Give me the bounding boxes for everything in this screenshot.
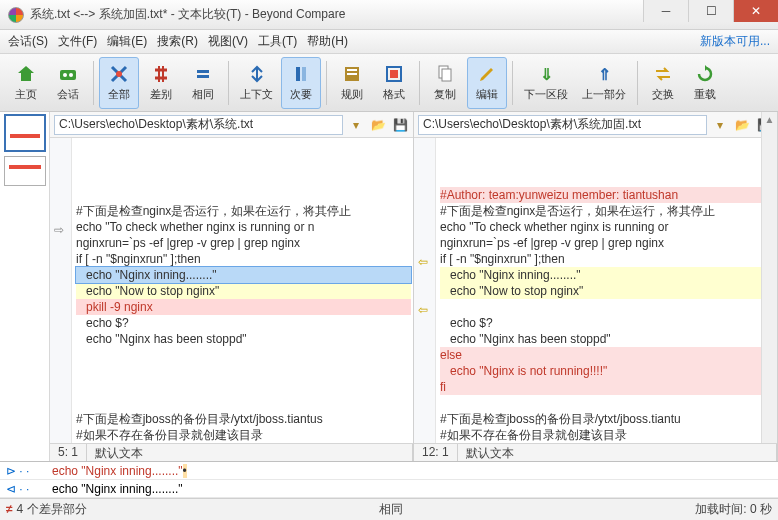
save-icon[interactable]: 💾 bbox=[391, 116, 409, 134]
neq-icon: ≠ bbox=[6, 502, 13, 516]
menu-view[interactable]: 视图(V) bbox=[208, 33, 248, 50]
menu-help[interactable]: 帮助(H) bbox=[307, 33, 348, 50]
window-title: 系统.txt <--> 系统加固.txt* - 文本比较(T) - Beyond… bbox=[30, 6, 643, 23]
rules-button[interactable]: 规则 bbox=[332, 57, 372, 109]
right-pane: ▾ 📂 💾 #Author: team:yunweizu member: tia… bbox=[414, 112, 778, 461]
thumbnail[interactable] bbox=[4, 156, 46, 186]
history-icon[interactable]: ▾ bbox=[347, 116, 365, 134]
menu-tools[interactable]: 工具(T) bbox=[258, 33, 297, 50]
right-pos: 12: 1 bbox=[414, 444, 458, 461]
merge-left-row[interactable]: ⊳ · ·echo "Nginx inning........"• bbox=[0, 462, 778, 480]
status-bar: ≠4 个差异部分 相同 加载时间: 0 秒 bbox=[0, 498, 778, 520]
svg-rect-4 bbox=[197, 70, 209, 73]
svg-rect-9 bbox=[347, 69, 357, 71]
left-pos: 5: 1 bbox=[50, 444, 87, 461]
load-time: 加载时间: 0 秒 bbox=[695, 501, 772, 518]
svg-rect-7 bbox=[302, 67, 306, 81]
right-path-input[interactable] bbox=[418, 115, 707, 135]
left-mode: 默认文本 bbox=[87, 444, 413, 461]
menu-edit[interactable]: 编辑(E) bbox=[107, 33, 147, 50]
merge-rows: ⊳ · ·echo "Nginx inning........"• ⊲ · ·e… bbox=[0, 461, 778, 498]
main-area: ▾ 📂 💾 #下面是检查nginx是否运行，如果在运行，将其停止echo "To… bbox=[0, 112, 778, 461]
menu-session[interactable]: 会话(S) bbox=[8, 33, 48, 50]
thumbnail-sidebar bbox=[0, 112, 50, 461]
svg-rect-12 bbox=[390, 70, 398, 78]
title-bar: 系统.txt <--> 系统加固.txt* - 文本比较(T) - Beyond… bbox=[0, 0, 778, 30]
same-button[interactable]: 相同 bbox=[183, 57, 223, 109]
edit-button[interactable]: 编辑 bbox=[467, 57, 507, 109]
svg-rect-0 bbox=[60, 70, 76, 80]
menu-file[interactable]: 文件(F) bbox=[58, 33, 97, 50]
left-code-view[interactable]: #下面是检查nginx是否运行，如果在运行，将其停止echo "To check… bbox=[50, 138, 413, 443]
reload-button[interactable]: 重载 bbox=[685, 57, 725, 109]
left-pane: ▾ 📂 💾 #下面是检查nginx是否运行，如果在运行，将其停止echo "To… bbox=[50, 112, 414, 461]
svg-point-1 bbox=[63, 73, 67, 77]
svg-rect-14 bbox=[442, 69, 451, 81]
svg-point-3 bbox=[116, 71, 122, 77]
svg-rect-10 bbox=[347, 73, 357, 75]
open-folder-icon[interactable]: 📂 bbox=[733, 116, 751, 134]
format-button[interactable]: 格式 bbox=[374, 57, 414, 109]
sessions-button[interactable]: 会话 bbox=[48, 57, 88, 109]
menu-bar: 会话(S) 文件(F) 编辑(E) 搜索(R) 视图(V) 工具(T) 帮助(H… bbox=[0, 30, 778, 54]
svg-point-2 bbox=[69, 73, 73, 77]
copy-button[interactable]: 复制 bbox=[425, 57, 465, 109]
right-mode: 默认文本 bbox=[458, 444, 777, 461]
update-link[interactable]: 新版本可用... bbox=[700, 33, 770, 50]
history-icon[interactable]: ▾ bbox=[711, 116, 729, 134]
minor-button[interactable]: 次要 bbox=[281, 57, 321, 109]
home-button[interactable]: 主页 bbox=[6, 57, 46, 109]
diff-button[interactable]: 差别 bbox=[141, 57, 181, 109]
svg-rect-5 bbox=[197, 75, 209, 78]
menu-search[interactable]: 搜索(R) bbox=[157, 33, 198, 50]
merge-right-row[interactable]: ⊲ · ·echo "Nginx inning........" bbox=[0, 480, 778, 498]
context-button[interactable]: 上下文 bbox=[234, 57, 279, 109]
window-controls: ─ ☐ ✕ bbox=[643, 0, 778, 29]
thumbnail[interactable] bbox=[4, 114, 46, 152]
all-button[interactable]: 全部 bbox=[99, 57, 139, 109]
swap-button[interactable]: 交换 bbox=[643, 57, 683, 109]
toolbar: 主页 会话 全部 差别 相同 上下文 次要 规则 格式 复制 编辑 ⇓下一区段 … bbox=[0, 54, 778, 112]
maximize-button[interactable]: ☐ bbox=[688, 0, 733, 22]
svg-rect-6 bbox=[296, 67, 300, 81]
right-code-view[interactable]: #Author: team:yunweizu member: tiantusha… bbox=[414, 138, 777, 443]
open-folder-icon[interactable]: 📂 bbox=[369, 116, 387, 134]
prev-part-button[interactable]: ⇑上一部分 bbox=[576, 57, 632, 109]
minimize-button[interactable]: ─ bbox=[643, 0, 688, 22]
diff-count: 4 个差异部分 bbox=[17, 502, 87, 516]
same-label: 相同 bbox=[379, 501, 403, 518]
left-path-input[interactable] bbox=[54, 115, 343, 135]
app-icon bbox=[8, 7, 24, 23]
close-button[interactable]: ✕ bbox=[733, 0, 778, 22]
next-section-button[interactable]: ⇓下一区段 bbox=[518, 57, 574, 109]
scrollbar[interactable]: ▲ bbox=[761, 112, 777, 443]
